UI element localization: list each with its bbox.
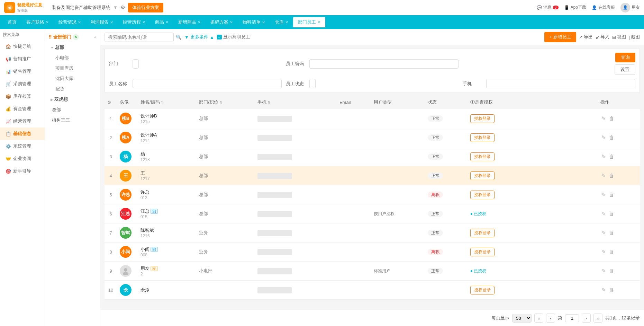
edit-icon[interactable]: ✎: [601, 173, 606, 178]
dept-item-zhishu[interactable]: 植树王三: [45, 115, 100, 125]
sidebar-item-finance[interactable]: 💰 资金管理: [0, 103, 45, 115]
trial-button[interactable]: 体验行业方案: [128, 3, 163, 12]
per-page-select[interactable]: 50 20 100: [512, 314, 532, 323]
tab-home[interactable]: 首页: [3, 17, 21, 27]
phone-input[interactable]: [486, 79, 635, 88]
delete-icon[interactable]: 🗑: [609, 134, 614, 140]
close-icon[interactable]: ✕: [165, 20, 169, 25]
sidebar-item-system[interactable]: ⚙️ 系统管理: [0, 140, 45, 152]
last-page-button[interactable]: »: [593, 314, 602, 323]
sidebar-item-marketing[interactable]: 📢 营销推广: [0, 53, 45, 65]
close-icon[interactable]: ✕: [198, 20, 201, 25]
emp-code-input[interactable]: [309, 59, 459, 69]
page-number-input[interactable]: [565, 314, 579, 322]
sidebar-item-collab[interactable]: 🤝 企业协同: [0, 152, 45, 165]
app-download-button[interactable]: 📱 App下载: [564, 5, 586, 10]
sidebar-item-guide[interactable]: 🎯 新手引导: [0, 165, 45, 177]
search-input[interactable]: [105, 33, 174, 42]
auth-button[interactable]: 授权登录: [470, 191, 495, 199]
auth-button[interactable]: 授权登录: [470, 171, 495, 180]
phone-sort-icon[interactable]: ⇅: [267, 100, 270, 104]
auth-button[interactable]: 授权登录: [470, 114, 495, 123]
delete-icon[interactable]: 🗑: [609, 115, 614, 121]
sidebar-item-purchase[interactable]: 🛒 采购管理: [0, 78, 45, 90]
name-sort-icon[interactable]: ⇅: [161, 100, 164, 104]
import-button[interactable]: ↙ 导入: [596, 34, 609, 40]
close-icon[interactable]: ✕: [110, 20, 113, 25]
edit-icon[interactable]: ✎: [601, 153, 606, 159]
dept-group-shuanghuxiang[interactable]: 双虎想: [45, 94, 100, 105]
dept-edit-icon[interactable]: ✎: [73, 34, 79, 40]
delete-icon[interactable]: 🗑: [609, 211, 614, 217]
delete-icon[interactable]: 🗑: [609, 153, 614, 159]
set-button[interactable]: 设置: [615, 64, 635, 75]
sidebar-item-sales[interactable]: 📊 销售管理: [0, 65, 45, 78]
first-page-button[interactable]: «: [534, 314, 543, 323]
tab-history[interactable]: 经营历程 ✕: [118, 17, 150, 27]
edit-icon[interactable]: ✎: [601, 268, 606, 274]
online-service-button[interactable]: 👤 在线客服: [592, 5, 615, 10]
dept-filter-select[interactable]: [133, 59, 139, 69]
more-filter-button[interactable]: ▼ 更多条件 ▲: [184, 34, 214, 40]
message-button[interactable]: 💬 消息 6: [537, 5, 559, 10]
sidebar-search-input[interactable]: [3, 32, 45, 37]
query-button[interactable]: 查询: [615, 53, 635, 62]
tab-barcode[interactable]: 条码方案 ✕: [206, 17, 238, 27]
user-area[interactable]: 👤 用友: [620, 3, 640, 12]
tab-department[interactable]: 部门员工 ✕: [293, 17, 325, 27]
dropdown-icon[interactable]: ▼: [113, 5, 118, 10]
sidebar-item-business[interactable]: 📈 经营管理: [0, 115, 45, 127]
close-icon[interactable]: ✕: [46, 20, 49, 25]
dept-item-shenyang[interactable]: 沈阳大库: [45, 73, 100, 84]
close-icon[interactable]: ✕: [142, 20, 145, 25]
tab-operation[interactable]: 经营情况 ✕: [54, 17, 86, 27]
close-icon[interactable]: ✕: [317, 20, 320, 25]
dept-item-zongbu2[interactable]: 总部: [45, 105, 100, 115]
next-page-button[interactable]: ›: [582, 314, 591, 323]
edit-icon[interactable]: ✎: [601, 115, 606, 121]
sidebar-item-nav[interactable]: 🏠 快捷导航: [0, 40, 45, 53]
tab-warehouse[interactable]: 仓库 ✕: [270, 17, 293, 27]
dept-item-peihuo[interactable]: 配货: [45, 84, 100, 94]
delete-icon[interactable]: 🗑: [609, 173, 614, 178]
tab-goods[interactable]: 商品 ✕: [150, 17, 173, 27]
tab-bom[interactable]: 物料清单 ✕: [238, 17, 270, 27]
edit-icon[interactable]: ✎: [601, 192, 606, 197]
delete-icon[interactable]: 🗑: [609, 249, 614, 255]
close-icon[interactable]: ✕: [230, 20, 233, 25]
auth-button[interactable]: 授权登录: [470, 152, 495, 161]
dept-group-zongbu[interactable]: 总部: [45, 42, 100, 53]
auth-button[interactable]: 授权登录: [470, 286, 495, 294]
delete-icon[interactable]: 🗑: [609, 287, 614, 293]
delete-icon[interactable]: 🗑: [609, 268, 614, 274]
prev-page-button[interactable]: ‹: [546, 314, 555, 323]
dept-item-xiangmukufang[interactable]: 项目库房: [45, 63, 100, 73]
edit-icon[interactable]: ✎: [601, 211, 606, 217]
close-icon[interactable]: ✕: [78, 20, 81, 25]
delete-icon[interactable]: 🗑: [609, 230, 614, 236]
edit-icon[interactable]: ✎: [601, 134, 606, 140]
sidebar-item-basic[interactable]: 📋 基础信息: [0, 127, 45, 140]
settings-gear-icon[interactable]: ⚙: [107, 100, 111, 105]
sidebar-item-inventory[interactable]: 📦 库存核算: [0, 90, 45, 103]
auth-button[interactable]: 授权登录: [470, 229, 495, 237]
edit-icon[interactable]: ✎: [601, 287, 606, 293]
search-button[interactable]: 🔍: [176, 35, 182, 40]
edit-icon[interactable]: ✎: [601, 230, 606, 236]
export-button[interactable]: ↗ 导出: [579, 34, 593, 40]
dept-sort-icon[interactable]: ⇅: [219, 100, 222, 104]
tab-profit[interactable]: 利润报告 ✕: [86, 17, 118, 27]
view-button[interactable]: ⊟ 视图: [612, 34, 626, 40]
delete-icon[interactable]: 🗑: [609, 192, 614, 197]
print-button[interactable]: | 截图: [629, 34, 640, 40]
dept-collapse-btn[interactable]: «: [94, 35, 97, 39]
edit-icon[interactable]: ✎: [601, 249, 606, 255]
tab-customer[interactable]: 客户联络 ✕: [21, 17, 54, 27]
settings-icon[interactable]: ⚙: [120, 4, 125, 11]
tab-new-goods[interactable]: 新增商品 ✕: [173, 17, 206, 27]
emp-name-input[interactable]: [133, 79, 282, 88]
add-employee-button[interactable]: + 新增员工: [544, 32, 576, 42]
show-resigned-checkbox[interactable]: ✓ 显示离职员工: [217, 34, 250, 40]
emp-status-select[interactable]: [309, 79, 316, 88]
close-icon[interactable]: ✕: [285, 20, 288, 25]
